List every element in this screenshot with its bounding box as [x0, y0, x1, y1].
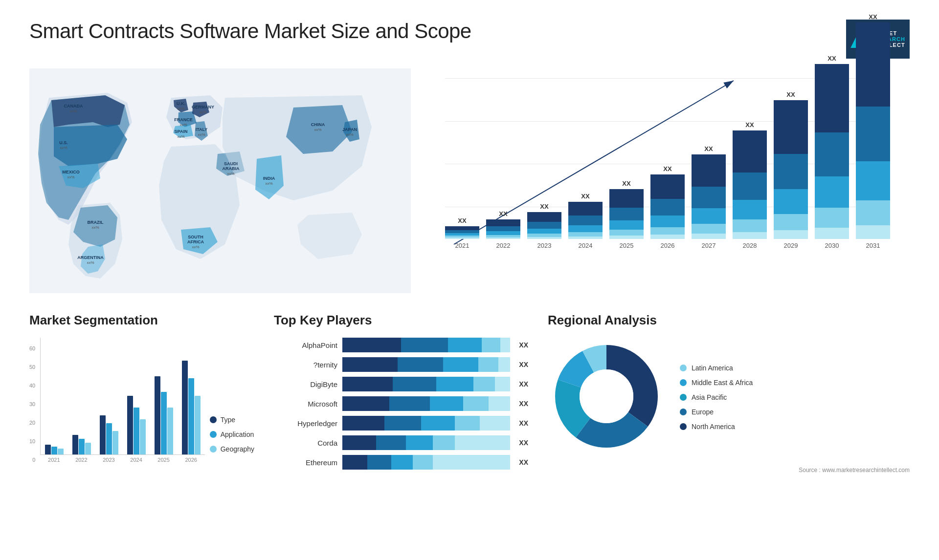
- player-alphapoint: AlphaPoint XX: [274, 338, 528, 352]
- player-digibyte: DigiByte XX: [274, 377, 528, 391]
- svg-text:xx%: xx%: [346, 132, 353, 137]
- players-title: Top Key Players: [274, 313, 528, 328]
- header-row: Smart Contracts Software Market Size and…: [29, 20, 910, 59]
- segmentation-title: Market Segmentation: [29, 313, 254, 328]
- svg-text:xx%: xx%: [177, 107, 184, 111]
- svg-text:GERMANY: GERMANY: [192, 105, 214, 109]
- donut-chart: [548, 338, 665, 457]
- svg-text:BRAZIL: BRAZIL: [88, 220, 104, 225]
- bar-2022: XX 2022: [486, 210, 520, 249]
- player-hyperledger: Hyperledger XX: [274, 416, 528, 431]
- bar-2027: XX 2027: [692, 145, 726, 249]
- svg-text:xx%: xx%: [91, 225, 99, 230]
- svg-text:FRANCE: FRANCE: [174, 117, 193, 122]
- svg-text:xx%: xx%: [227, 172, 234, 176]
- svg-text:AFRICA: AFRICA: [187, 239, 204, 244]
- svg-text:xx%: xx%: [198, 132, 205, 137]
- middle-east-dot: [680, 379, 687, 386]
- svg-text:xx%: xx%: [265, 181, 272, 186]
- svg-text:MEXICO: MEXICO: [62, 170, 80, 174]
- player-corda: Corda XX: [274, 435, 528, 450]
- svg-text:xx%: xx%: [60, 146, 67, 150]
- regional-section: Regional Analysis: [548, 313, 910, 474]
- geography-dot: [210, 446, 217, 452]
- seg-legend: Type Application Geography: [210, 416, 254, 463]
- svg-text:xx%: xx%: [67, 175, 74, 179]
- svg-text:U.K.: U.K.: [177, 101, 185, 106]
- page-container: Smart Contracts Software Market Size and…: [0, 0, 939, 560]
- bar-2021: XX 2021: [445, 217, 479, 249]
- reg-europe: Europe: [680, 408, 753, 416]
- bar-2030: XX 2030: [815, 55, 849, 249]
- reg-middle-east: Middle East & Africa: [680, 379, 753, 387]
- application-dot: [210, 431, 217, 438]
- bar-chart: XX 2021 XX: [430, 68, 910, 293]
- svg-text:U.S.: U.S.: [59, 140, 68, 145]
- latin-america-dot: [680, 365, 687, 371]
- donut-area: Latin America Middle East & Africa Asia …: [548, 338, 910, 457]
- regional-title: Regional Analysis: [548, 313, 910, 328]
- asia-pacific-dot: [680, 394, 687, 401]
- map-svg: CANADA xx% U.S. xx% MEXICO xx% BRAZIL xx…: [29, 68, 411, 293]
- players-list: AlphaPoint XX ?ternity: [274, 338, 528, 470]
- svg-point-40: [580, 369, 633, 423]
- svg-text:CHINA: CHINA: [311, 122, 325, 127]
- svg-text:xx%: xx%: [199, 110, 206, 114]
- north-america-dot: [680, 423, 687, 430]
- players-section: Top Key Players AlphaPoint XX ?ternity: [274, 313, 528, 470]
- legend-application: Application: [210, 431, 254, 438]
- svg-text:xx%: xx%: [179, 123, 187, 127]
- svg-text:INDIA: INDIA: [263, 176, 275, 181]
- svg-text:xx%: xx%: [87, 260, 94, 265]
- player-microsoft: Microsoft XX: [274, 396, 528, 411]
- bar-2025: XX 2025: [609, 180, 644, 249]
- bar-2031: XX 2031: [856, 13, 890, 249]
- svg-text:xx%: xx%: [192, 245, 199, 249]
- reg-north-america: North America: [680, 423, 753, 431]
- bar-2024: XX 2024: [568, 193, 603, 249]
- svg-text:SPAIN: SPAIN: [175, 129, 188, 134]
- svg-text:ARABIA: ARABIA: [223, 166, 240, 171]
- bar-2029: XX 2029: [774, 91, 808, 249]
- player-eternity: ?ternity XX: [274, 357, 528, 372]
- svg-text:ARGENTINA: ARGENTINA: [77, 255, 104, 260]
- svg-text:CANADA: CANADA: [64, 104, 83, 108]
- regional-legend: Latin America Middle East & Africa Asia …: [680, 364, 753, 431]
- bottom-section: Market Segmentation 60 50 40 30 20 10 0: [29, 313, 910, 474]
- svg-text:SAUDI: SAUDI: [224, 161, 238, 166]
- legend-type: Type: [210, 416, 254, 424]
- top-section: CANADA xx% U.S. xx% MEXICO xx% BRAZIL xx…: [29, 68, 910, 293]
- europe-dot: [680, 409, 687, 415]
- svg-text:ITALY: ITALY: [196, 127, 208, 132]
- bar-2026: XX 2026: [650, 165, 685, 249]
- page-title: Smart Contracts Software Market Size and…: [29, 20, 471, 43]
- segmentation-section: Market Segmentation 60 50 40 30 20 10 0: [29, 313, 254, 463]
- svg-text:JAPAN: JAPAN: [342, 127, 357, 132]
- player-ethereum: Ethereum XX: [274, 455, 528, 470]
- world-map: CANADA xx% U.S. xx% MEXICO xx% BRAZIL xx…: [29, 68, 411, 293]
- svg-text:SOUTH: SOUTH: [188, 235, 203, 239]
- svg-text:xx%: xx%: [177, 134, 184, 139]
- bar-2023: XX 2023: [527, 203, 561, 249]
- reg-asia-pacific: Asia Pacific: [680, 393, 753, 401]
- svg-text:xx%: xx%: [314, 128, 321, 132]
- type-dot: [210, 416, 217, 423]
- reg-latin-america: Latin America: [680, 364, 753, 372]
- bar-2028: XX 2028: [733, 121, 767, 249]
- source-text: Source : www.marketresearchintellect.com: [548, 467, 910, 474]
- svg-text:xx%: xx%: [69, 109, 77, 113]
- legend-geography: Geography: [210, 445, 254, 453]
